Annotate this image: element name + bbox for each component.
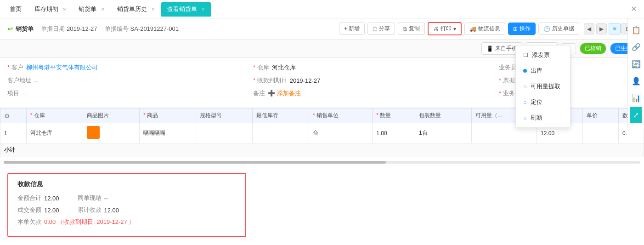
col-price: 单价 (583, 108, 619, 123)
tab-sales-label: 销货单 (79, 5, 96, 13)
settings-icon[interactable]: ⚙ (4, 112, 10, 120)
dropdown-available-qty[interactable]: ○ 可用量提取 (516, 79, 570, 94)
available-qty-label: 可用量提取 (531, 82, 560, 91)
horizontal-scrollbar[interactable] (4, 161, 640, 164)
tab-inventory[interactable]: 库存期初 × (28, 2, 72, 17)
tab-inventory-close[interactable]: × (63, 6, 66, 12)
sidebar-chart-icon[interactable]: 📊 (632, 90, 641, 106)
settlement-label: 同单现结 (78, 194, 102, 202)
share-button[interactable]: ⬡ 分享 (367, 23, 395, 35)
owed-date: 2019-12-27 (96, 218, 127, 225)
approved-badge[interactable]: 已核销 (580, 43, 606, 54)
deal-amount-label: 成交金额 (17, 206, 41, 214)
owed-value: 0.00 （收款到期日: 2019-12-27 ） (44, 218, 135, 226)
subtotal-row: 小计 (0, 143, 644, 157)
sidebar-user-icon[interactable]: 👤 (632, 73, 641, 89)
tab-view-sales-close[interactable]: × (202, 6, 204, 12)
doc-type-icon: ↩ (7, 25, 13, 33)
customer-value[interactable]: 柳州粤港平安气体有限公司 (26, 63, 98, 72)
col-unit: 销售单位 (309, 108, 373, 123)
customer-field: 客户 柳州粤港平安气体有限公司 (7, 63, 145, 72)
owed-label: 本单欠款 (17, 218, 41, 226)
history-label: 历史单据 (552, 25, 574, 33)
add-invoice-label: 添发票 (532, 51, 550, 59)
warehouse-field: 仓库 河北仓库 (253, 63, 391, 72)
tab-view-sales-label: 查看销货单 (167, 5, 197, 13)
tab-home[interactable]: 首页 (4, 2, 28, 17)
doc-date-label: 单据日期 (41, 25, 65, 33)
dropdown-outbound[interactable]: 出库 (516, 63, 570, 79)
payment-row-2: 成交金额 12.00 累计收款 12.00 (17, 206, 236, 214)
tab-home-label: 首页 (10, 5, 22, 13)
list-view-button[interactable]: ≡ (609, 23, 621, 34)
col-image: 商品图片 (83, 108, 139, 123)
sidebar-refresh-icon[interactable]: 🔄 (632, 56, 641, 72)
due-date-field: 收款到期日 2019-12-27 (253, 76, 391, 85)
col-gear: ⚙ (0, 108, 27, 123)
print-icon: 🖨 (433, 26, 439, 32)
remark-add[interactable]: ➕ 添加备注 (268, 89, 301, 97)
tab-inventory-label: 库存期初 (34, 5, 58, 13)
row-pack-qty: 1台 (415, 123, 472, 143)
new-button[interactable]: + 新增 (339, 23, 365, 35)
tab-bar: 首页 库存期初 × 销货单 × 销货单历史 × 查看销货单 × ✕ (0, 0, 644, 18)
tab-sales[interactable]: 销货单 × (73, 2, 110, 17)
remark-label: 备注 (253, 89, 265, 97)
project-field: 项目 -- (7, 89, 145, 97)
prev-doc-button[interactable]: ◀ (584, 23, 594, 34)
dropdown-locate[interactable]: ○ 定位 (516, 94, 570, 110)
payment-info-title: 收款信息 (17, 180, 236, 188)
print-button[interactable]: 🖨 打印 ▾ (428, 22, 462, 35)
next-doc-button[interactable]: ▶ (596, 23, 607, 34)
tab-sales-history-close[interactable]: × (152, 6, 154, 12)
remark-field: 备注 ➕ 添加备注 (253, 89, 391, 97)
operate-dropdown: ☐ 添发票 出库 ○ 可用量提取 ○ 定位 ○ 刷新 (515, 45, 571, 128)
sidebar-doc-icon[interactable]: 📋 (632, 22, 641, 38)
amount-value: 12.00 (44, 195, 59, 202)
row-warehouse: 河北仓库 (26, 123, 83, 143)
sidebar-link-icon[interactable]: 🔗 (632, 39, 641, 55)
doc-actions: + 新增 ⬡ 分享 ⧉ 复制 🖨 打印 ▾ 🚚 物流信息 ⊞ 操作 (339, 22, 637, 35)
logistics-label: 物流信息 (478, 25, 500, 33)
col-warehouse: 仓库 (26, 108, 83, 123)
operate-button[interactable]: ⊞ 操作 (508, 23, 536, 35)
product-thumbnail (87, 126, 100, 139)
share-label: 分享 (379, 25, 390, 33)
row-price (583, 123, 619, 143)
window-close-button[interactable]: ✕ (627, 5, 640, 13)
row-min-stock (252, 123, 309, 143)
amount-label: 金额合计 (17, 194, 41, 202)
payment-info-box: 收款信息 金额合计 12.00 同单现结 -- 成交金额 12.00 累计收款 (7, 173, 246, 237)
tab-sales-close[interactable]: × (101, 6, 104, 12)
locate-icon: ○ (523, 99, 527, 106)
col-spec: 规格型号 (196, 108, 252, 123)
share-icon: ⬡ (373, 26, 377, 32)
copy-icon: ⧉ (403, 26, 407, 32)
remark-add-icon: ➕ (268, 90, 275, 97)
doc-header: ↩ 销货单 单据日期 2019-12-27 单据编号 SA-20191227-0… (0, 18, 644, 40)
tab-view-sales[interactable]: 查看销货单 × (161, 2, 210, 17)
project-label: 项目 (7, 89, 19, 97)
dropdown-refresh[interactable]: ○ 刷新 (516, 110, 570, 125)
logistics-icon: 🚚 (469, 26, 476, 32)
row-unit: 台 (309, 123, 373, 143)
bottom-info: 收款信息 金额合计 12.00 同单现结 -- 成交金额 12.00 累计收款 (0, 165, 644, 245)
scrollbar-thumb (4, 161, 386, 164)
copy-button[interactable]: ⧉ 复制 (398, 23, 425, 35)
print-label: 打印 (441, 25, 452, 33)
scrollbar-area (0, 159, 644, 165)
due-date-label: 收款到期日 (253, 76, 287, 85)
logistics-button[interactable]: 🚚 物流信息 (464, 23, 505, 35)
history-button[interactable]: 🕐 历史单据 (538, 23, 579, 35)
refresh-icon: ○ (523, 114, 527, 121)
history-icon: 🕐 (543, 26, 550, 32)
dropdown-add-invoice[interactable]: ☐ 添发票 (516, 47, 570, 63)
doc-number-value: SA-20191227-001 (130, 25, 179, 32)
address-label: 客户地址 (7, 76, 31, 85)
deal-amount-value: 12.00 (44, 207, 59, 214)
staff-label: 业务员 (499, 63, 517, 72)
operate-icon: ⊞ (513, 26, 518, 32)
sidebar-expand-icon[interactable]: ⤢ (630, 107, 642, 123)
tab-sales-history[interactable]: 销货单历史 × (111, 2, 160, 17)
row-product: 嗝嗝嗝嗝 (139, 123, 196, 143)
